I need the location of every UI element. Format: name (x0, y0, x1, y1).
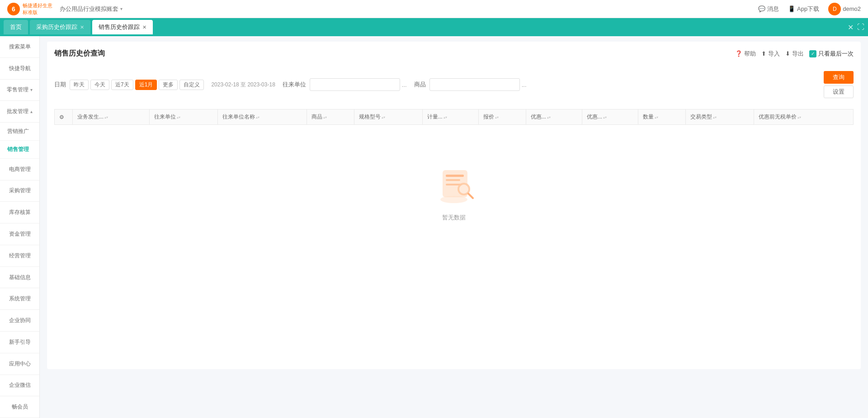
sidebar-item-shortcuts[interactable]: 快捷导航 (0, 58, 39, 80)
filter-actions: 查询 设置 (824, 71, 854, 98)
table-settings-icon[interactable]: ⚙ (59, 114, 64, 120)
tab-close-all-icon[interactable]: ✕ (848, 23, 854, 32)
sidebar-item-operations[interactable]: 经营管理 (0, 245, 39, 267)
tab-sales-history[interactable]: 销售历史价跟踪 ✕ (92, 20, 153, 34)
table-col-price: 报价▴▾ (478, 109, 526, 125)
sidebar-item-members[interactable]: 畅会员 (0, 396, 39, 418)
sidebar-wechat-label: 企业微信 (9, 381, 31, 389)
tab-bar: 首页 采购历史价跟踪 ✕ 销售历史价跟踪 ✕ ✕ ⛶ (0, 18, 868, 36)
sort-icon-partner-name[interactable]: ▴▾ (256, 115, 259, 119)
app-title-dropdown-icon: ▾ (120, 6, 123, 11)
sidebar-inventory-label: 库存核算 (9, 209, 31, 216)
goods-filter-input: ... (429, 78, 527, 91)
sort-icon-price[interactable]: ▴▾ (495, 115, 499, 119)
sort-icon-trade-type[interactable]: ▴▾ (713, 115, 717, 119)
table-header-row: ⚙ 业务发生...▴▾ 往来单位▴▾ 往来单位名称▴▾ (55, 109, 854, 125)
table-settings-col[interactable]: ⚙ (55, 109, 73, 125)
date-filter-group: 日期 昨天 今天 近7天 近1月 更多 自定义 2023-02-18 至 202… (54, 80, 275, 90)
goods-dots-icon[interactable]: ... (522, 81, 527, 88)
sort-icon-qty[interactable]: ▴▾ (655, 115, 658, 119)
table-col-discount2: 优惠...▴▾ (582, 109, 638, 125)
message-icon: 💬 (758, 5, 765, 12)
sidebar-item-inventory[interactable]: 库存核算 (0, 202, 39, 223)
date-btn-custom[interactable]: 自定义 (179, 80, 204, 90)
help-icon: ❓ (735, 50, 742, 57)
tab-sales-close-icon[interactable]: ✕ (142, 24, 146, 30)
import-icon: ⬆ (761, 50, 766, 57)
goods-input[interactable] (429, 78, 520, 91)
tab-purchase-history[interactable]: 采购历史价跟踪 ✕ (30, 20, 90, 34)
export-button[interactable]: ⬇ 导出 (785, 50, 804, 58)
svg-rect-2 (446, 175, 464, 177)
sidebar-item-wholesale[interactable]: 批发管理 ▴ (0, 101, 39, 123)
tab-sales-label: 销售历史价跟踪 (99, 23, 140, 31)
tab-expand-icon[interactable]: ⛶ (857, 23, 864, 31)
app-logo-icon: 6 (7, 3, 20, 15)
sidebar-cooperation-label: 企业协同 (9, 317, 31, 324)
sort-icon-unit[interactable]: ▴▾ (443, 115, 447, 119)
goods-filter-label: 商品 (414, 81, 426, 89)
message-label: 消息 (767, 5, 779, 13)
message-button[interactable]: 💬 消息 (758, 5, 779, 13)
query-button[interactable]: 查询 (824, 71, 854, 84)
only-last-label: 只看最后一次 (818, 50, 854, 58)
sidebar-search-label: 搜索菜单 (9, 43, 31, 51)
partner-filter-group: 往来单位 ... (283, 78, 407, 91)
sort-icon-discount2[interactable]: ▴▾ (603, 115, 607, 119)
logo-area: 6 畅捷通好生意 标准版 (7, 2, 52, 15)
sidebar-item-apps[interactable]: 应用中心 (0, 353, 39, 375)
sort-icon-spec[interactable]: ▴▾ (382, 115, 385, 119)
tab-purchase-close-icon[interactable]: ✕ (80, 24, 84, 30)
sidebar-item-search[interactable]: 搜索菜单 (0, 36, 39, 58)
sidebar-marketing-label: 营销推广 (7, 128, 29, 135)
svg-rect-3 (446, 179, 460, 181)
sort-icon-pretax-price[interactable]: ▴▾ (797, 115, 801, 119)
help-button[interactable]: ❓ 帮助 (735, 50, 756, 58)
help-label: 帮助 (744, 50, 756, 58)
filter-row: 日期 昨天 今天 近7天 近1月 更多 自定义 2023-02-18 至 202… (54, 71, 854, 98)
download-button[interactable]: 📱 App下载 (788, 5, 819, 13)
user-menu[interactable]: D demo2 (828, 3, 861, 15)
empty-text: 暂无数据 (442, 214, 466, 222)
filter-section: 日期 昨天 今天 近7天 近1月 更多 自定义 2023-02-18 至 202… (54, 66, 854, 107)
partner-input[interactable] (310, 78, 400, 91)
only-last-checkbox[interactable]: ✓ 只看最后一次 (809, 50, 854, 58)
date-filter-label: 日期 (54, 81, 66, 89)
import-button[interactable]: ⬆ 导入 (761, 50, 780, 58)
sort-icon-date[interactable]: ▴▾ (104, 115, 108, 119)
sidebar-members-label: 畅会员 (12, 403, 28, 411)
sidebar-item-basics[interactable]: 基础信息 (0, 267, 39, 289)
settings-button[interactable]: 设置 (824, 86, 854, 98)
sidebar-item-system[interactable]: 系统管理 (0, 288, 39, 310)
header-right: 💬 消息 📱 App下载 D demo2 (758, 3, 861, 15)
sidebar-guide-label: 新手引导 (9, 338, 31, 346)
sidebar-item-purchase[interactable]: 采购管理 (0, 180, 39, 202)
sort-icon-partner-code[interactable]: ▴▾ (177, 115, 180, 119)
sidebar-item-cooperation[interactable]: 企业协同 (0, 310, 39, 332)
table-col-pretax-price: 优惠前无税单价▴▾ (754, 109, 854, 125)
sidebar-item-retail[interactable]: 零售管理 ▾ (0, 80, 39, 101)
sort-icon-goods[interactable]: ▴▾ (323, 115, 327, 119)
partner-dots-icon[interactable]: ... (402, 81, 407, 88)
sidebar-item-sales-mgmt[interactable]: 销售管理 (0, 141, 39, 159)
sidebar-item-guide[interactable]: 新手引导 (0, 332, 39, 353)
sidebar-item-marketing[interactable]: 营销推广 (0, 123, 39, 141)
sidebar-item-ecommerce[interactable]: 电商管理 (0, 159, 39, 180)
user-name: demo2 (843, 5, 861, 12)
sidebar-item-finance[interactable]: 资金管理 (0, 223, 39, 245)
date-btn-1month[interactable]: 近1月 (135, 80, 157, 90)
date-btn-7days[interactable]: 近7天 (111, 80, 133, 90)
sidebar-item-wechat[interactable]: 企业微信 (0, 375, 39, 397)
partner-filter-label: 往来单位 (283, 81, 306, 89)
svg-point-6 (459, 185, 468, 194)
app-title-area[interactable]: 办公用品行业模拟账套 ▾ (60, 5, 123, 13)
table-header: ⚙ 业务发生...▴▾ 往来单位▴▾ 往来单位名称▴▾ (55, 109, 854, 125)
app-title: 办公用品行业模拟账套 (60, 5, 118, 13)
date-btn-yesterday[interactable]: 昨天 (70, 80, 89, 90)
tab-home[interactable]: 首页 (4, 20, 28, 34)
date-btn-more[interactable]: 更多 (159, 80, 178, 90)
sort-icon-discount1[interactable]: ▴▾ (547, 115, 551, 119)
date-btn-today[interactable]: 今天 (90, 80, 109, 90)
download-label: App下载 (797, 5, 819, 13)
table-col-unit: 计量...▴▾ (422, 109, 478, 125)
